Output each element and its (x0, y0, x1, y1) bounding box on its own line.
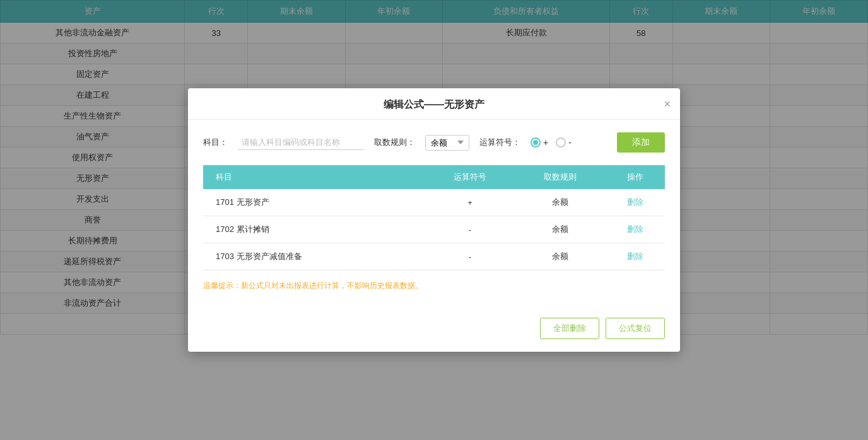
operator-plus-radio-circle (531, 137, 541, 148)
operator-minus-label: - (568, 137, 572, 148)
cell-operator: + (425, 189, 515, 216)
cell-operator: - (425, 243, 515, 270)
rule-label: 取数规则： (374, 137, 415, 148)
modal-close-button[interactable]: × (664, 98, 671, 110)
cell-rule: 余额 (515, 216, 606, 243)
rule-select-wrap: 余额 借方 贷方 (425, 135, 469, 151)
modal-footer: 全部删除 公式复位 (188, 310, 680, 352)
operator-plus-radio[interactable]: + (531, 137, 548, 148)
th-operator: 运算符号 (425, 165, 515, 189)
cell-rule: 余额 (515, 243, 606, 270)
operator-minus-radio[interactable]: - (556, 137, 572, 148)
cell-operator: - (425, 216, 515, 243)
modal-body: 科目： 取数规则： 余额 借方 贷方 运算符号： + (188, 120, 680, 310)
modal-dialog: 编辑公式——无形资产 × 科目： 取数规则： 余额 借方 贷方 运算符号： (188, 88, 680, 352)
modal-overlay: 编辑公式——无形资产 × 科目： 取数规则： 余额 借方 贷方 运算符号： (0, 0, 868, 440)
operator-minus-radio-circle (556, 137, 566, 148)
operator-plus-label: + (543, 137, 548, 148)
cell-action: 删除 (606, 189, 665, 216)
cell-subject: 1703 无形资产减值准备 (203, 243, 425, 270)
rule-select[interactable]: 余额 借方 贷方 (425, 135, 469, 151)
table-row: 1701 无形资产+余额删除 (203, 189, 665, 216)
modal-title: 编辑公式——无形资产 (384, 99, 484, 110)
delete-all-button[interactable]: 全部删除 (540, 318, 599, 339)
operator-radio-group: + - (531, 137, 572, 148)
delete-row-button[interactable]: 删除 (627, 251, 643, 262)
cell-rule: 余额 (515, 189, 606, 216)
form-row: 科目： 取数规则： 余额 借方 贷方 运算符号： + (203, 132, 665, 153)
cell-subject: 1701 无形资产 (203, 189, 425, 216)
reset-formula-button[interactable]: 公式复位 (606, 318, 665, 339)
cell-action: 删除 (606, 216, 665, 243)
delete-row-button[interactable]: 删除 (627, 224, 643, 235)
add-button[interactable]: 添加 (617, 132, 665, 153)
th-action: 操作 (606, 165, 665, 189)
th-subject: 科目 (203, 165, 425, 189)
subject-input[interactable] (238, 135, 364, 150)
th-rule: 取数规则 (515, 165, 606, 189)
formula-table: 科目 运算符号 取数规则 操作 1701 无形资产+余额删除1702 累计摊销-… (203, 165, 665, 270)
subject-label: 科目： (203, 137, 228, 148)
modal-header: 编辑公式——无形资产 × (188, 88, 680, 120)
operator-label: 运算符号： (479, 137, 520, 148)
cell-subject: 1702 累计摊销 (203, 216, 425, 243)
warning-text: 温馨提示：新公式只对未出报表进行计算，不影响历史报表数据。 (203, 281, 665, 298)
table-row: 1703 无形资产减值准备-余额删除 (203, 243, 665, 270)
cell-action: 删除 (606, 243, 665, 270)
table-row: 1702 累计摊销-余额删除 (203, 216, 665, 243)
delete-row-button[interactable]: 删除 (627, 197, 643, 208)
